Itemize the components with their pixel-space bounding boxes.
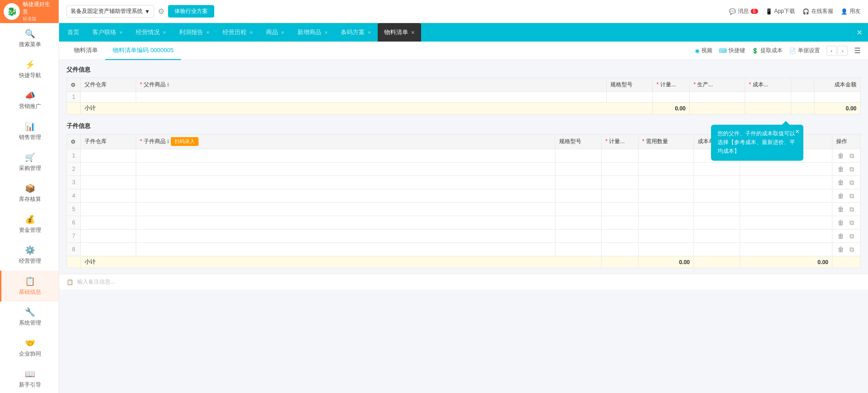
app-download-item[interactable]: 📱 App下载 (766, 7, 795, 15)
child-unit-cost-cell[interactable] (694, 176, 740, 189)
message-item[interactable]: 💬 消息 6 (729, 7, 758, 15)
child-qty-cell[interactable] (639, 163, 694, 176)
copy-icon[interactable]: ⧉ (847, 164, 856, 174)
child-spec-cell[interactable] (555, 243, 602, 256)
parent-cost-cell[interactable] (745, 92, 791, 103)
child-qty-cell[interactable] (639, 176, 694, 189)
child-goods-cell[interactable] (136, 149, 555, 163)
child-goods-cell[interactable] (136, 163, 555, 176)
parent-produce-cell[interactable] (690, 92, 745, 103)
child-warehouse-cell[interactable] (81, 149, 136, 163)
child-unit-cell[interactable] (602, 176, 639, 189)
sidebar-item-purchase[interactable]: 🛒 采购管理 (0, 147, 59, 178)
delete-icon[interactable]: 🗑 (836, 245, 845, 254)
child-warehouse-cell[interactable] (81, 203, 136, 216)
child-unit-cost-cell[interactable] (694, 163, 740, 176)
shortcut-toolbar-item[interactable]: ⌨ 快捷键 (719, 47, 745, 54)
sidebar-item-guide[interactable]: 📖 新手引导 (0, 363, 59, 393)
child-qty-cell[interactable] (639, 230, 694, 243)
tab-newgoods[interactable]: 新增商品 ✕ (291, 23, 334, 42)
child-warehouse-cell[interactable] (81, 163, 136, 176)
delete-icon[interactable]: 🗑 (836, 191, 845, 200)
child-warehouse-cell[interactable] (81, 176, 136, 189)
tooltip-close-btn[interactable]: ✕ (795, 127, 800, 136)
sidebar-item-finance[interactable]: 💰 资金管理 (0, 209, 59, 240)
online-service-item[interactable]: 🎧 在线客服 (802, 7, 833, 15)
sidebar-item-sales[interactable]: 📊 销售管理 (0, 116, 59, 147)
delete-icon[interactable]: 🗑 (836, 164, 845, 174)
child-th-settings[interactable]: ⚙ (67, 134, 81, 149)
copy-icon[interactable]: ⧉ (847, 151, 856, 160)
tab-goods-close[interactable]: ✕ (281, 30, 284, 35)
tab-barcode-close[interactable]: ✕ (368, 30, 371, 35)
child-unit-cell[interactable] (602, 163, 639, 176)
tab-bom[interactable]: 物料清单 ✕ (378, 23, 421, 42)
child-qty-cell[interactable] (639, 243, 694, 256)
child-warehouse-cell[interactable] (81, 243, 136, 256)
scan-button[interactable]: 扫码录入 (171, 137, 199, 146)
delete-icon[interactable]: 🗑 (836, 205, 845, 214)
parent-warehouse-cell[interactable] (81, 92, 136, 103)
view-toolbar-item[interactable]: ◉ 视频 (695, 47, 712, 54)
delete-icon[interactable]: 🗑 (836, 231, 845, 241)
parent-th-settings[interactable]: ⚙ (67, 78, 81, 92)
tab-goods[interactable]: 商品 ✕ (259, 23, 291, 42)
child-goods-cell[interactable] (136, 216, 555, 230)
child-warehouse-cell[interactable] (81, 189, 136, 203)
parent-goods-cell[interactable] (136, 92, 607, 103)
child-qty-cell[interactable] (639, 216, 694, 230)
parent-unit-cell[interactable] (653, 92, 690, 103)
child-spec-cell[interactable] (555, 203, 602, 216)
child-unit-cell[interactable] (602, 243, 639, 256)
copy-icon[interactable]: ⧉ (847, 191, 856, 200)
child-unit-cost-cell[interactable] (694, 230, 740, 243)
child-spec-cell[interactable] (555, 216, 602, 230)
close-all-tabs[interactable]: ✕ (853, 28, 866, 37)
note-placeholder[interactable]: 输入备注信息... (77, 278, 115, 286)
child-qty-cell[interactable] (639, 149, 694, 163)
child-qty-cell[interactable] (639, 203, 694, 216)
child-spec-cell[interactable] (555, 230, 602, 243)
copy-icon[interactable]: ⧉ (847, 245, 856, 254)
child-unit-cost-cell[interactable] (694, 216, 740, 230)
tab-customer-close[interactable]: ✕ (119, 30, 123, 35)
page-tab-code[interactable]: 物料清单编码 0000005 (105, 42, 181, 60)
tab-newgoods-close[interactable]: ✕ (324, 30, 328, 35)
system-selector[interactable]: 装备及固定资产辅助管理系统 ▼ (66, 5, 154, 18)
copy-icon[interactable]: ⧉ (847, 205, 856, 214)
copy-icon[interactable]: ⧉ (847, 178, 856, 187)
child-goods-cell[interactable] (136, 189, 555, 203)
child-goods-cell[interactable] (136, 243, 555, 256)
child-spec-cell[interactable] (555, 176, 602, 189)
trial-button[interactable]: 体验行业方案 (168, 5, 214, 18)
tab-history[interactable]: 经营历程 ✕ (216, 23, 259, 42)
child-goods-cell[interactable] (136, 176, 555, 189)
delete-icon[interactable]: 🗑 (836, 151, 845, 160)
cost-toolbar-item[interactable]: 💲 提取成本 (752, 47, 783, 54)
sidebar-item-basic[interactable]: 📋 基础信息 (0, 271, 59, 302)
sidebar-item-quicknav[interactable]: ⚡ 快捷导航 (0, 54, 59, 85)
child-unit-cell[interactable] (602, 216, 639, 230)
child-unit-cost-cell[interactable] (694, 189, 740, 203)
child-spec-cell[interactable] (555, 149, 602, 163)
child-warehouse-cell[interactable] (81, 216, 136, 230)
child-unit-cost-cell[interactable] (694, 203, 740, 216)
child-goods-cell[interactable] (136, 230, 555, 243)
sidebar-item-inventory[interactable]: 📦 库存核算 (0, 178, 59, 209)
child-warehouse-cell[interactable] (81, 230, 136, 243)
gear-icon[interactable]: ⚙ (158, 7, 164, 16)
delete-icon[interactable]: 🗑 (836, 178, 845, 187)
tab-history-close[interactable]: ✕ (249, 30, 253, 35)
child-spec-cell[interactable] (555, 189, 602, 203)
tab-bom-close[interactable]: ✕ (411, 30, 415, 35)
page-tab-list[interactable]: 物料清单 (66, 42, 105, 60)
child-unit-cell[interactable] (602, 230, 639, 243)
sidebar-item-search[interactable]: 🔍 搜索菜单 (0, 23, 59, 54)
child-unit-cell[interactable] (602, 203, 639, 216)
tab-operations-close[interactable]: ✕ (163, 30, 166, 35)
tab-operations[interactable]: 经营情况 ✕ (129, 23, 173, 42)
tab-barcode[interactable]: 条码方案 ✕ (334, 23, 378, 42)
sidebar-item-system[interactable]: 🔧 系统管理 (0, 302, 59, 333)
copy-icon[interactable]: ⧉ (847, 218, 856, 227)
copy-icon[interactable]: ⧉ (847, 231, 856, 241)
